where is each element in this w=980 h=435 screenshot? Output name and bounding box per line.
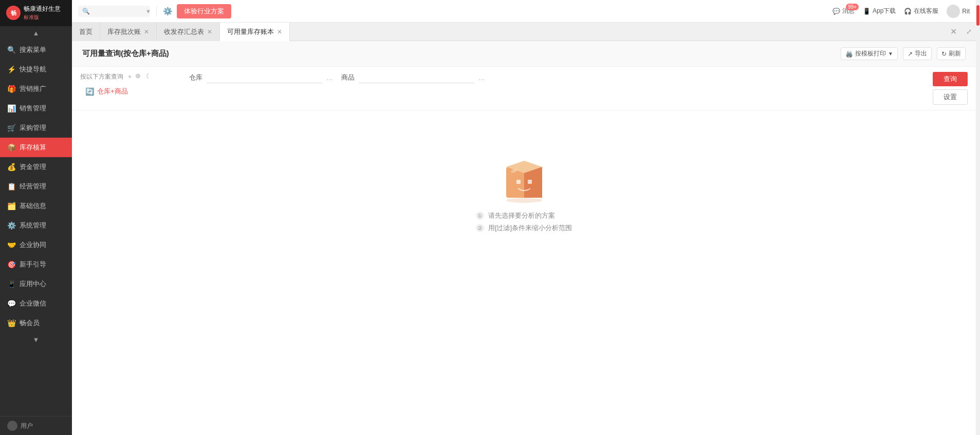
empty-tip-1: ① 请先选择要分析的方案	[476, 211, 572, 220]
refresh-button[interactable]: ↻ 刷新	[937, 47, 966, 60]
sidebar-item-inventory[interactable]: 📦 库存核算	[0, 138, 72, 157]
sidebar-item-label: 采购管理	[20, 123, 46, 133]
messages-button[interactable]: 💬 消息 99+	[833, 7, 855, 15]
folder-icon: 🗂️	[7, 202, 15, 210]
gear-icon: ⚙️	[7, 221, 15, 230]
main-area: 🔍 ▼ ⚙️ 体验行业方案 💬 消息 99+ 📱 App下载 🎧 在线客服	[72, 0, 976, 435]
empty-tips: ① 请先选择要分析的方案 ② 用[过滤]条件来缩小分析范围	[476, 211, 572, 236]
sidebar-item-label: 应用中心	[20, 279, 46, 289]
mobile-icon: 📱	[7, 280, 15, 288]
topbar-divider	[156, 6, 157, 16]
chevron-down-icon[interactable]: ▼	[145, 8, 151, 14]
sidebar-item-search[interactable]: 🔍 搜索菜单	[0, 40, 72, 60]
tab-receipt-summary[interactable]: 收发存汇总表 ✕	[157, 23, 220, 41]
sidebar-item-shortcut[interactable]: ⚡ 快捷导航	[0, 60, 72, 79]
app-title: 畅康通好生意	[24, 5, 61, 13]
filter-fields: 仓库 … 商品 …	[189, 72, 927, 83]
sidebar-user-footer[interactable]: 用户	[0, 416, 72, 435]
empty-tip-2: ② 用[过滤]条件来缩小分析范围	[476, 223, 572, 233]
tab-close-icon[interactable]: ✕	[144, 28, 149, 35]
sidebar-scroll-up[interactable]: ▲	[0, 26, 72, 40]
user-avatar-small	[7, 421, 17, 431]
message-icon: 💬	[833, 8, 840, 15]
add-scheme-icon[interactable]: ＋	[126, 72, 133, 81]
goods-input[interactable]	[359, 72, 474, 83]
print-button[interactable]: 🖨️ 按模板打印 ▼	[841, 47, 898, 60]
sidebar-user-name: 用户	[21, 422, 33, 430]
svg-rect-4	[516, 180, 521, 184]
svg-rect-5	[528, 180, 532, 184]
sidebar-item-operations[interactable]: 📋 经营管理	[0, 177, 72, 196]
warehouse-input[interactable]	[207, 72, 322, 83]
app-download-button[interactable]: 📱 App下载	[863, 7, 896, 15]
tab-close-icon[interactable]: ✕	[207, 28, 212, 35]
tab-close-icon[interactable]: ✕	[277, 28, 282, 35]
trial-button[interactable]: 体验行业方案	[177, 4, 231, 18]
refresh-label: 刷新	[949, 49, 961, 58]
app-label: App下载	[873, 7, 896, 15]
sidebar-item-label: 快捷导航	[20, 65, 46, 74]
warehouse-label: 仓库	[189, 73, 202, 82]
service-label: 在线客服	[914, 7, 938, 15]
tab-available-ledger[interactable]: 可用量库存账本 ✕	[220, 23, 290, 41]
sidebar-item-label: 经营管理	[20, 182, 46, 191]
sidebar-item-newbie[interactable]: 🎯 新手引导	[0, 255, 72, 274]
sidebar-item-basic-info[interactable]: 🗂️ 基础信息	[0, 196, 72, 216]
scheme-item-warehouse-goods[interactable]: 🔄 仓库+商品	[80, 84, 183, 99]
sidebar-item-cooperation[interactable]: 🤝 企业协同	[0, 235, 72, 255]
content-area: 可用量查询(按仓库+商品) 🖨️ 按模板打印 ▼ ↗ 导出 ↻ 刷新	[72, 41, 976, 435]
search-input[interactable]	[92, 8, 143, 15]
sidebar-item-vip[interactable]: 👑 畅会员	[0, 313, 72, 333]
query-button[interactable]: 查询	[933, 72, 968, 86]
settings-scheme-icon[interactable]: ⊕	[135, 72, 141, 81]
user-profile-button[interactable]: Rit	[947, 5, 970, 18]
tab-batch-account[interactable]: 库存批次账 ✕	[100, 23, 157, 41]
user-name: Rit	[962, 8, 970, 15]
online-service-button[interactable]: 🎧 在线客服	[904, 7, 938, 15]
sidebar: 畅 畅康通好生意 标准版 ▲ 🔍 搜索菜单 ⚡ 快捷导航 🎁 营销推广 📊 销售…	[0, 0, 72, 435]
tab-label: 首页	[79, 27, 93, 36]
tip-number-1: ①	[476, 212, 484, 220]
sidebar-item-app-center[interactable]: 📱 应用中心	[0, 274, 72, 294]
crown-icon: 👑	[7, 319, 15, 327]
search-icon: 🔍	[7, 46, 15, 54]
settings-icon[interactable]: ⚙️	[163, 7, 173, 16]
export-label: 导出	[915, 49, 927, 58]
app-logo: 畅	[6, 6, 21, 20]
sidebar-item-system[interactable]: ⚙️ 系统管理	[0, 216, 72, 235]
svg-point-0	[506, 198, 542, 203]
tip-text-2: 用[过滤]条件来缩小分析范围	[488, 223, 572, 233]
chart-icon: 📊	[7, 104, 15, 112]
topbar: 🔍 ▼ ⚙️ 体验行业方案 💬 消息 99+ 📱 App下载 🎧 在线客服	[72, 0, 976, 23]
sidebar-item-finance[interactable]: 💰 资金管理	[0, 157, 72, 177]
close-tab-button[interactable]: ✕	[945, 23, 962, 41]
sidebar-item-wechat[interactable]: 💬 企业微信	[0, 294, 72, 313]
sidebar-item-label: 企业协同	[20, 240, 46, 250]
right-scrollbar[interactable]	[976, 0, 980, 435]
refresh-icon: ↻	[941, 50, 947, 58]
sidebar-item-marketing[interactable]: 🎁 营销推广	[0, 79, 72, 99]
sidebar-item-label: 基础信息	[20, 201, 46, 211]
app-edition: 标准版	[24, 14, 61, 21]
warehouse-filter-field: 仓库 …	[189, 72, 333, 83]
expand-tab-button[interactable]: ⤢	[962, 23, 976, 41]
filter-settings-button[interactable]: 设置	[933, 89, 968, 105]
tab-home[interactable]: 首页	[72, 23, 100, 41]
export-button[interactable]: ↗ 导出	[903, 47, 932, 60]
search-icon: 🔍	[82, 8, 90, 15]
goods-more-icon[interactable]: …	[478, 74, 485, 82]
cart-icon: 🛒	[7, 124, 15, 132]
filter-label: 按以下方案查询 ＋ ⊕ 《	[80, 72, 183, 81]
headphone-icon: 🎧	[904, 8, 912, 15]
sidebar-header: 畅 畅康通好生意 标准版	[0, 0, 72, 26]
scrollbar-thumb	[976, 5, 979, 26]
collapse-arrow-icon[interactable]: 《	[143, 72, 149, 81]
sidebar-item-sales[interactable]: 📊 销售管理	[0, 99, 72, 118]
sidebar-item-purchase[interactable]: 🛒 采购管理	[0, 118, 72, 138]
money-icon: 💰	[7, 163, 15, 171]
warehouse-more-icon[interactable]: …	[326, 74, 333, 82]
tab-bar: 首页 库存批次账 ✕ 收发存汇总表 ✕ 可用量库存账本 ✕ ✕ ⤢	[72, 23, 976, 41]
wechat-icon: 💬	[7, 299, 15, 308]
sidebar-scroll-down[interactable]: ▼	[0, 333, 72, 347]
app-info: 畅康通好生意 标准版	[24, 5, 61, 21]
